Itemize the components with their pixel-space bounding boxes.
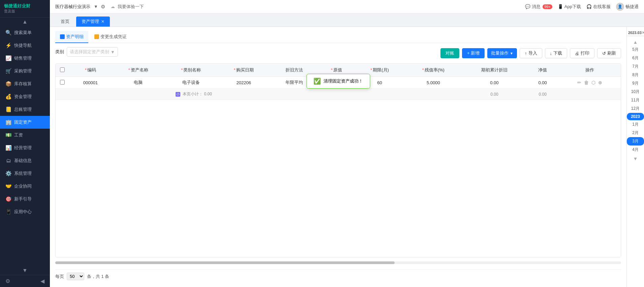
close-panel-icon[interactable]: ✕ — [642, 30, 644, 35]
success-toast: ✅ 清理固定资产成功！ — [306, 74, 370, 89]
experience-label[interactable]: 我要体验一下 — [118, 4, 144, 10]
sub-tab-voucher-gen-label: 变更生成凭证 — [100, 34, 127, 40]
month-item-11[interactable]: 11月 — [627, 96, 644, 104]
purchase-icon: 🛒 — [5, 68, 11, 74]
required-star: * — [422, 67, 424, 72]
subtotal-label: 本页小计： — [183, 92, 203, 96]
import-button[interactable]: ↑ 导入 — [520, 48, 542, 58]
month-item-1[interactable]: 1月 — [627, 120, 644, 129]
pagination: 每页 50 100 200 条，共 1 条 — [55, 269, 621, 283]
download-button[interactable]: ↓ 下载 — [545, 48, 568, 58]
ledger-icon: 📒 — [5, 106, 11, 113]
month-item-3[interactable]: 3月 — [627, 137, 644, 146]
app-download-label: App下载 — [564, 4, 581, 10]
month-item-5[interactable]: 5月 — [627, 45, 644, 54]
category-dropdown-icon: ▼ — [111, 50, 115, 55]
search-icon: 🔍 — [5, 30, 11, 36]
sidebar-item-purchase[interactable]: 🛒 采购管理 — [0, 65, 50, 77]
messages-badge: 99+ — [543, 4, 552, 9]
month-item-12[interactable]: 12月 — [627, 104, 644, 113]
required-star: * — [370, 67, 372, 72]
sidebar-item-ledger[interactable]: 📒 总账管理 — [0, 103, 50, 116]
total-count: 条，共 1 条 — [87, 274, 109, 280]
sub-tab-voucher-gen[interactable]: 变更生成凭证 — [90, 31, 131, 43]
messages-button[interactable]: 💬 消息 99+ — [525, 4, 552, 10]
month-item-8[interactable]: 8月 — [627, 71, 644, 79]
category-select[interactable]: 请选择固定资产类别 ▼ — [67, 47, 118, 57]
avatar: 👤 — [616, 3, 624, 11]
customer-service-label: 在线客服 — [593, 4, 611, 10]
refresh-button[interactable]: ↺ 刷新 — [597, 48, 621, 58]
sidebar-item-app-center[interactable]: 📱 应用中心 — [0, 205, 50, 218]
batch-dropdown-icon: ▼ — [510, 52, 513, 55]
more-icon[interactable]: ⊕ — [598, 80, 602, 85]
tab-home[interactable]: 首页 — [55, 17, 75, 27]
settings-icon[interactable]: ⚙ — [5, 278, 10, 284]
delete-icon[interactable]: 🗑 — [584, 80, 589, 85]
month-item-10[interactable]: 10月 — [627, 88, 644, 96]
sidebar-item-label: 系统管理 — [14, 170, 32, 177]
sub-tab-asset-detail[interactable]: 资产明细 — [55, 31, 88, 43]
experience-icon: ☁ — [111, 4, 115, 9]
per-page-select[interactable]: 50 100 200 — [67, 273, 84, 280]
sidebar-scroll-up[interactable]: ▲ — [0, 18, 50, 26]
settings-gear-icon[interactable]: ⚙ — [101, 4, 105, 10]
col-code: *编码 — [69, 64, 112, 77]
print-button[interactable]: 🖨 打印 — [570, 48, 594, 58]
toast-message: 清理固定资产成功！ — [324, 78, 363, 84]
year-header-2023[interactable]: 2023 — [627, 113, 644, 120]
sidebar-item-operations[interactable]: 📊 经营管理 — [0, 141, 50, 154]
month-item-7[interactable]: 7月 — [627, 62, 644, 71]
sidebar-item-capital[interactable]: 💰 资金管理 — [0, 90, 50, 103]
new-button[interactable]: + 新增 — [462, 48, 485, 58]
sidebar-scroll-down[interactable]: ▼ — [0, 266, 50, 275]
sidebar-item-base-info[interactable]: 🗂 基础信息 — [0, 154, 50, 167]
sidebar-header: 畅捷通好业财 普及版 — [0, 0, 50, 18]
base-info-icon: 🗂 — [5, 158, 11, 163]
filter-bar: 类别 请选择固定资产类别 ▼ — [55, 47, 118, 57]
app-center-icon: 📱 — [5, 209, 11, 215]
panel-nav-down[interactable]: ▼ — [633, 155, 638, 162]
sidebar-item-quick-nav[interactable]: ⚡ 快捷导航 — [0, 39, 50, 52]
customer-service-button[interactable]: 🎧 在线客服 — [586, 4, 611, 10]
reconcile-button[interactable]: 对账 — [440, 48, 459, 58]
tab-close-icon[interactable]: ✕ — [101, 19, 104, 24]
month-item-4[interactable]: 4月 — [627, 146, 644, 154]
row-checkbox-cell — [56, 77, 69, 89]
edit-icon[interactable]: ✏ — [577, 80, 581, 85]
company-dropdown-icon[interactable]: ▼ — [94, 4, 98, 9]
sidebar-item-label: 经营管理 — [14, 145, 32, 151]
subtotal-original-value: 0.00 — [204, 92, 212, 96]
sidebar-item-system[interactable]: ⚙️ 系统管理 — [0, 167, 50, 180]
toolbar-right: 对账 + 新增 批量操作 ▼ ↑ 导入 ↓ 下载 — [440, 48, 621, 58]
row-checkbox[interactable] — [60, 80, 65, 85]
category-select-placeholder: 请选择固定资产类别 — [70, 49, 109, 55]
sidebar-item-payroll[interactable]: 💵 工资 — [0, 129, 50, 141]
panel-nav-up[interactable]: ▲ — [633, 39, 638, 45]
print-icon: 🖨 — [575, 51, 579, 56]
batch-ops-button[interactable]: 批量操作 ▼ — [487, 48, 517, 58]
month-item-2[interactable]: 2月 — [627, 129, 644, 137]
user-profile[interactable]: 👤 畅捷通 — [616, 3, 639, 11]
select-all-checkbox[interactable] — [60, 67, 65, 72]
app-download-button[interactable]: 📱 App下载 — [558, 4, 581, 10]
month-item-6[interactable]: 6月 — [627, 54, 644, 62]
cell-initial-depreciation: 0.00 — [462, 77, 527, 89]
sidebar-item-enterprise[interactable]: 🤝 企业协同 — [0, 180, 50, 193]
tab-asset-mgmt[interactable]: 资产管理 ✕ — [76, 17, 110, 27]
collapse-sidebar-icon[interactable]: ◀ — [40, 278, 44, 284]
sidebar-item-guide[interactable]: 🎯 新手引导 — [0, 193, 50, 205]
col-name: *资产名称 — [112, 64, 165, 77]
required-star: * — [331, 67, 333, 72]
sidebar-item-label: 应用中心 — [14, 209, 32, 215]
sidebar-item-fixed-assets[interactable]: 🏢 固定资产 — [0, 116, 50, 129]
sidebar-item-label: 工资 — [14, 132, 23, 138]
horizontal-scrollbar[interactable] — [55, 259, 621, 267]
cell-residual-rate: 5.0000 — [405, 77, 462, 89]
sidebar-item-search[interactable]: 🔍 搜索菜单 — [0, 26, 50, 39]
month-item-9[interactable]: 9月 — [627, 79, 644, 88]
download-label: 下载 — [553, 50, 562, 56]
sidebar-item-inventory[interactable]: 📦 库存核算 — [0, 77, 50, 90]
copy-icon[interactable]: ⬡ — [591, 80, 595, 85]
sidebar-item-sales[interactable]: 📈 销售管理 — [0, 52, 50, 65]
